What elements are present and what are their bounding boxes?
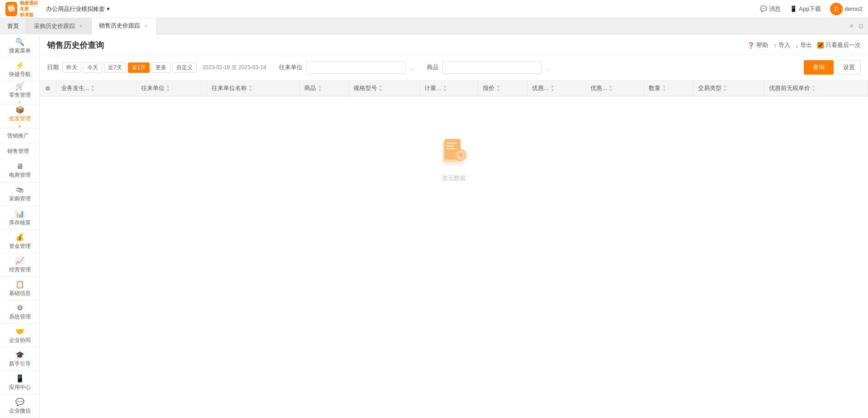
shortcut-icon: ⚡ bbox=[15, 61, 24, 70]
tab-purchase-close[interactable]: × bbox=[78, 23, 84, 29]
unit-filter-input[interactable] bbox=[306, 61, 406, 74]
only-last-checkbox[interactable] bbox=[817, 42, 824, 48]
window-close-button[interactable]: ✕ bbox=[849, 23, 854, 29]
table-col-quote[interactable]: 报价 ▲▼ bbox=[478, 81, 528, 96]
sidebar-item-search[interactable]: 🔍 搜索菜单 bbox=[0, 34, 39, 58]
table-col-discount2[interactable]: 优惠... ▲▼ bbox=[586, 81, 644, 96]
table-col-trade-type[interactable]: 交易类型 ▲▼ bbox=[693, 81, 764, 96]
user-menu[interactable]: D demo2 bbox=[830, 3, 863, 15]
sidebar-item-newbie[interactable]: 🎓 新手引导 bbox=[0, 347, 39, 371]
chevron-down-icon: ▾ bbox=[19, 100, 21, 104]
date-btn-custom[interactable]: 自定义 bbox=[172, 62, 197, 73]
sidebar-item-wholesale[interactable]: 📦 批发管理 ▴ bbox=[0, 105, 39, 128]
table-col-quantity[interactable]: 数量 ▲▼ bbox=[644, 81, 693, 96]
sort-arrows-discount2: ▲▼ bbox=[609, 85, 613, 92]
date-btn-today[interactable]: 今天 bbox=[83, 62, 102, 73]
import-icon: ↑ bbox=[774, 42, 777, 49]
sidebar: 🔍 搜索菜单 ⚡ 快捷导航 🛒 零售管理 ▾ 📦 批发管理 ▴ 营销推广 销售管… bbox=[0, 34, 40, 418]
tab-sales[interactable]: 销售历史价跟踪 × bbox=[92, 18, 157, 34]
tab-bar: 首页 采购历史价跟踪 × 销售历史价跟踪 × ✕ ⊡ bbox=[0, 18, 868, 34]
table-col-unit-measure[interactable]: 计量... ▲▼ bbox=[420, 81, 478, 96]
product-filter-input[interactable] bbox=[442, 61, 542, 74]
app-selector[interactable]: 办公用品行业模拟账套 ▾ bbox=[46, 5, 110, 13]
sort-arrows-unit-name: ▲▼ bbox=[249, 85, 252, 92]
date-btn-last7days[interactable]: 近7天 bbox=[104, 62, 126, 73]
top-bar: 畅 畅捷通好生意 标准版 办公用品行业模拟账套 ▾ 💬 消息 📱 App下载 D… bbox=[0, 0, 868, 18]
message-button[interactable]: 💬 消息 bbox=[760, 5, 781, 13]
corp-wechat-icon: 💬 bbox=[15, 398, 24, 406]
tab-home[interactable]: 首页 bbox=[0, 18, 27, 34]
help-button[interactable]: ❓ 帮助 bbox=[747, 41, 768, 49]
sidebar-subitem-sales[interactable]: 销售管理 bbox=[0, 144, 39, 159]
sort-arrows-spec: ▲▼ bbox=[379, 85, 382, 92]
filter-actions: 查询 设置 bbox=[804, 60, 861, 75]
logo-area: 畅 畅捷通好生意 标准版 bbox=[5, 0, 42, 18]
sidebar-item-system[interactable]: ⚙ 系统管理 bbox=[0, 300, 39, 324]
tab-sales-close[interactable]: × bbox=[143, 23, 149, 29]
date-btn-yesterday[interactable]: 昨天 bbox=[62, 62, 81, 73]
inventory-icon: 📊 bbox=[15, 209, 24, 218]
sidebar-item-basic-info[interactable]: 📋 基础信息 bbox=[0, 277, 39, 300]
sort-arrows-quantity: ▲▼ bbox=[662, 85, 666, 92]
only-last-checkbox-wrapper[interactable]: 只看最后一次 bbox=[817, 41, 861, 49]
sidebar-item-shortcut[interactable]: ⚡ 快捷导航 bbox=[0, 58, 39, 81]
operations-icon: 📈 bbox=[15, 256, 24, 265]
table-col-unit-name[interactable]: 往来单位名称 ▲▼ bbox=[207, 81, 300, 96]
sidebar-subitem-marketing[interactable]: 营销推广 bbox=[0, 128, 39, 144]
import-button[interactable]: ↑ 导入 bbox=[774, 41, 790, 49]
tab-purchase[interactable]: 采购历史价跟踪 × bbox=[27, 18, 92, 34]
top-bar-left: 畅 畅捷通好生意 标准版 办公用品行业模拟账套 ▾ bbox=[5, 0, 110, 18]
sidebar-item-corp-wechat[interactable]: 💬 企业微信 bbox=[0, 394, 39, 418]
table-area: ⚙ 业务发生... ▲▼ bbox=[40, 81, 868, 218]
product-filter-dots[interactable]: ... bbox=[545, 64, 550, 71]
unit-filter-label: 往来单位 bbox=[279, 63, 302, 71]
sort-arrows-unit-measure: ▲▼ bbox=[443, 85, 447, 92]
sort-arrows-product: ▲▼ bbox=[318, 85, 321, 92]
window-maximize-button[interactable]: ⊡ bbox=[859, 23, 863, 29]
top-bar-right: 💬 消息 📱 App下载 D demo2 bbox=[760, 3, 863, 15]
unit-filter-dots[interactable]: ... bbox=[409, 64, 414, 71]
empty-text: 暂无数据 bbox=[442, 174, 466, 182]
table-col-discount1[interactable]: 优惠... ▲▼ bbox=[528, 81, 586, 96]
table-col-gear[interactable]: ⚙ bbox=[40, 81, 56, 96]
filter-bar: 日期 昨天 今天 近7天 近1月 更多 自定义 2023-02-18 至 202… bbox=[40, 55, 868, 81]
query-button[interactable]: 查询 bbox=[804, 60, 834, 75]
logo-icon: 畅 bbox=[5, 2, 17, 16]
svg-rect-3 bbox=[446, 142, 457, 144]
sort-arrows-pretax-price: ▲▼ bbox=[812, 85, 816, 92]
gear-icon[interactable]: ⚙ bbox=[45, 85, 51, 92]
avatar: D bbox=[830, 3, 843, 15]
export-icon: ↓ bbox=[796, 42, 799, 49]
date-btn-last1month[interactable]: 近1月 bbox=[128, 62, 150, 73]
sidebar-item-operations[interactable]: 📈 经营管理 bbox=[0, 253, 39, 277]
data-table: ⚙ 业务发生... ▲▼ bbox=[40, 81, 868, 96]
wholesale-icon: 📦 bbox=[15, 105, 24, 114]
table-col-business-date[interactable]: 业务发生... ▲▼ bbox=[56, 81, 136, 96]
sidebar-item-purchase[interactable]: 🛍 采购管理 bbox=[0, 183, 39, 206]
sidebar-item-app-center[interactable]: 📱 应用中心 bbox=[0, 371, 39, 394]
sidebar-item-ecommerce[interactable]: 🖥 电商管理 bbox=[0, 159, 39, 183]
table-col-pretax-price[interactable]: 优惠前无税单价 ▲▼ bbox=[764, 81, 868, 96]
table-col-spec[interactable]: 规格型号 ▲▼ bbox=[349, 81, 420, 96]
table-col-product[interactable]: 商品 ▲▼ bbox=[300, 81, 349, 96]
app-download-button[interactable]: 📱 App下载 bbox=[790, 5, 821, 13]
export-button[interactable]: ↓ 导出 bbox=[796, 41, 812, 49]
empty-icon: ? bbox=[436, 133, 472, 169]
settings-button[interactable]: 设置 bbox=[837, 60, 861, 75]
sidebar-item-inventory[interactable]: 📊 库存核算 bbox=[0, 206, 39, 230]
finance-icon: 💰 bbox=[15, 233, 24, 242]
sidebar-item-corp-collab[interactable]: 🤝 企业协同 bbox=[0, 324, 39, 347]
wholesale-submenu: 营销推广 销售管理 bbox=[0, 128, 39, 159]
svg-rect-4 bbox=[446, 145, 454, 147]
sidebar-item-finance[interactable]: 💰 资金管理 bbox=[0, 230, 39, 253]
chevron-up-icon: ▴ bbox=[19, 124, 21, 128]
table-col-unit-code[interactable]: 往来单位 ▲▼ bbox=[136, 81, 207, 96]
page-title: 销售历史价查询 bbox=[47, 40, 104, 51]
newbie-icon: 🎓 bbox=[15, 351, 24, 359]
page-header-actions: ❓ 帮助 ↑ 导入 ↓ 导出 只看最后一次 bbox=[747, 41, 861, 49]
date-btn-more[interactable]: 更多 bbox=[151, 62, 170, 73]
unit-filter-group: 往来单位 ... bbox=[279, 61, 414, 74]
sort-arrows-trade-type: ▲▼ bbox=[723, 85, 727, 92]
corp-collab-icon: 🤝 bbox=[15, 327, 24, 336]
sidebar-item-retail[interactable]: 🛒 零售管理 ▾ bbox=[0, 81, 39, 105]
